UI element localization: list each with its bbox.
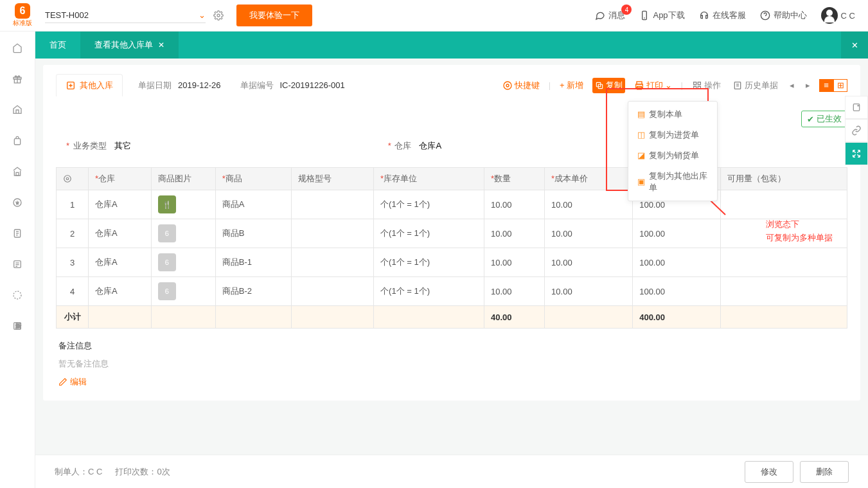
svg-text:新: 新 (15, 323, 21, 329)
user-name: C C (841, 11, 855, 21)
subtotal-amount: 400.00 (633, 306, 721, 329)
cell-prod: 商品B (215, 219, 291, 248)
phone-icon (639, 10, 650, 21)
print-button[interactable]: 打印 ⌄ (632, 78, 675, 93)
sidebar-home[interactable] (10, 41, 25, 56)
svg-point-17 (13, 291, 21, 299)
copy-button[interactable]: 复制 ▤复制本单 ◫复制为进货单 ◪复制为销货单 ▣复制为其他出库单 (592, 78, 625, 93)
sidebar: 新 (0, 32, 35, 488)
svg-point-40 (858, 105, 858, 106)
service-link[interactable]: 在线客服 (699, 10, 746, 21)
cell-wh: 仓库A (89, 190, 152, 219)
svg-rect-1 (642, 11, 647, 19)
table-row[interactable]: 2 仓库A 6 商品B 个(1个 = 1个) 10.00 10.00 100.0… (57, 219, 847, 248)
close-icon[interactable]: ✕ (158, 41, 164, 50)
prev-button[interactable]: ◂ (787, 78, 797, 92)
cell-amount: 100.00 (633, 219, 721, 248)
svg-point-22 (504, 82, 511, 89)
product-thumb: 6 (158, 282, 176, 300)
sidebar-settings[interactable] (10, 287, 25, 303)
sidebar-new[interactable]: 新 (10, 318, 25, 334)
sidebar-purchase[interactable] (10, 102, 25, 118)
help-label: 帮助中心 (774, 10, 807, 21)
modify-button[interactable]: 修改 (745, 461, 793, 483)
tab-home[interactable]: 首页 (35, 32, 80, 59)
try-button[interactable]: 我要体验一下 (236, 5, 312, 26)
delete-button[interactable]: 删除 (800, 461, 849, 483)
chevron-down-icon: ⌄ (199, 10, 206, 20)
sidebar-finance[interactable] (10, 195, 25, 210)
col-image: 商品图片 (151, 168, 215, 190)
add-button[interactable]: + 新增 (557, 78, 586, 93)
gear-icon[interactable] (213, 10, 224, 21)
tabbar-close-button[interactable]: ✕ (841, 32, 868, 59)
remark-edit-button[interactable]: 编辑 (58, 376, 845, 388)
remark-edit-label: 编辑 (70, 376, 87, 388)
sidebar-list[interactable] (10, 257, 25, 272)
table-row[interactable]: 1 仓库A 🍴 商品A 个(1个 = 1个) 10.00 10.00 100.0… (57, 190, 847, 219)
table-row[interactable]: 4 仓库A 6 商品B-2 个(1个 = 1个) 10.00 10.00 100… (57, 277, 847, 306)
sidebar-gift[interactable] (10, 71, 25, 87)
cell-price: 10.00 (545, 277, 633, 306)
date-value: 2019-12-26 (178, 80, 221, 90)
col-qty: *数量 (484, 168, 545, 190)
view-grid-button[interactable]: ⊞ (833, 79, 847, 92)
sidebar-stock[interactable] (10, 164, 25, 179)
svg-point-36 (64, 176, 71, 183)
copy-icon (595, 81, 604, 90)
tab-home-label: 首页 (49, 39, 66, 51)
tab-current[interactable]: 查看其他入库单 ✕ (80, 32, 179, 59)
cell-price: 10.00 (545, 219, 633, 248)
chevron-down-icon: ⌄ (665, 80, 672, 90)
add-label: 新增 (567, 80, 583, 91)
cell-img: 6 (151, 219, 215, 248)
user-menu[interactable]: C C (821, 7, 855, 24)
logo[interactable]: 6 标准版 (13, 3, 32, 28)
rail-note-button[interactable] (845, 96, 868, 119)
cell-img: 6 (151, 248, 215, 277)
app-download-link[interactable]: App下载 (639, 10, 684, 21)
col-spec: 规格型号 (291, 168, 373, 190)
biz-type-field: * 业务类型 其它 (66, 140, 131, 152)
next-button[interactable]: ▸ (803, 78, 813, 92)
svg-rect-6 (14, 139, 20, 145)
org-selector[interactable]: TEST-H002 ⌄ (45, 8, 206, 23)
ops-button[interactable]: 操作 (689, 78, 723, 93)
history-button[interactable]: 历史单据 (730, 78, 781, 93)
svg-rect-31 (698, 86, 700, 89)
headset-icon (699, 10, 709, 21)
copy-as-outbound[interactable]: ▣复制为其他出库单 (628, 166, 717, 198)
help-icon (760, 10, 770, 21)
bill-type-tab[interactable]: 其他入库 (56, 74, 123, 96)
copy-this-bill[interactable]: ▤复制本单 (628, 104, 717, 125)
help-link[interactable]: 帮助中心 (760, 10, 807, 21)
copy-dropdown: ▤复制本单 ◫复制为进货单 ◪复制为销货单 ▣复制为其他出库单 (628, 101, 718, 201)
logo-tag: 标准版 (13, 19, 32, 28)
creator-label: 制单人： (55, 466, 88, 478)
wh-value: 仓库A (419, 140, 441, 152)
inbound-icon (66, 80, 76, 91)
svg-point-21 (506, 84, 509, 87)
cell-prod: 商品B-2 (215, 277, 291, 306)
creator-value: C C (88, 467, 102, 476)
cell-wh: 仓库A (89, 248, 152, 277)
sidebar-report[interactable] (10, 226, 25, 241)
col-gear[interactable] (57, 168, 89, 190)
messages-link[interactable]: 消息 4 (595, 10, 625, 21)
rail-link-button[interactable] (845, 119, 868, 142)
box-icon: ◫ (637, 130, 645, 140)
status-badge: ✔ 已生效 (801, 111, 847, 127)
plus-icon: + (560, 80, 565, 90)
rail-expand-button[interactable] (845, 142, 868, 165)
shortcut-label: 快捷键 (515, 80, 540, 91)
shortcut-button[interactable]: 快捷键 (500, 78, 542, 93)
table-row[interactable]: 3 仓库A 6 商品B-1 个(1个 = 1个) 10.00 10.00 100… (57, 248, 847, 277)
col-price: *成本单价 (545, 168, 633, 190)
copy-as-sales[interactable]: ◪复制为销货单 (628, 145, 717, 166)
sidebar-sales[interactable] (10, 133, 25, 149)
copy-as-purchase[interactable]: ◫复制为进货单 (628, 125, 717, 145)
row-num: 4 (57, 277, 89, 306)
row-num: 1 (57, 190, 89, 219)
view-list-button[interactable]: ≡ (819, 79, 833, 92)
cell-wh: 仓库A (89, 219, 152, 248)
